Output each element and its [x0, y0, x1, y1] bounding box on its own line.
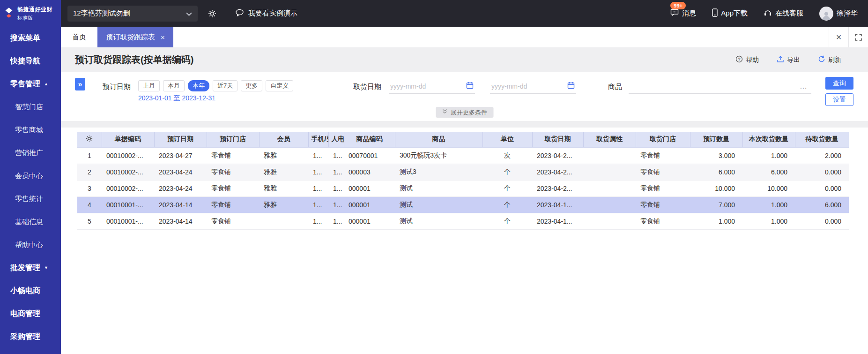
settings-button[interactable]: 设置: [825, 93, 853, 106]
pickup-date-end-input[interactable]: yyyy-mm-dd: [490, 79, 576, 94]
close-tab-icon[interactable]: ×: [161, 33, 165, 41]
cell: 雅雅: [259, 147, 308, 164]
calendar-icon[interactable]: [466, 82, 474, 91]
column-header[interactable]: 人电: [328, 132, 344, 147]
column-header[interactable]: 商品编码: [344, 132, 395, 147]
column-header[interactable]: 取货日期: [532, 132, 583, 147]
cell: 2023-04-14: [154, 213, 207, 229]
table-header-row: 单据编码预订日期预订门店会员手机/登人电商品编码商品单位取货日期取货属性取货门店…: [77, 132, 849, 147]
search-button[interactable]: 查询: [825, 77, 853, 90]
sidebar-item[interactable]: 智慧门店: [0, 96, 61, 119]
sidebar-item[interactable]: 快捷导航: [0, 50, 61, 73]
column-header[interactable]: 取货门店: [636, 132, 690, 147]
column-header[interactable]: 单据编码: [102, 132, 154, 147]
fullscreen-icon[interactable]: [848, 27, 868, 47]
table-row[interactable]: 200010002-...2023-04-24零食铺雅雅1...1...0000…: [77, 164, 849, 180]
cell: [583, 196, 636, 213]
cell: 3: [77, 180, 102, 196]
cell: 1: [77, 147, 102, 164]
cell: [583, 180, 636, 196]
column-header[interactable]: 预订门店: [207, 132, 259, 147]
cell: 2023-04-2...: [532, 180, 583, 196]
sidebar-item[interactable]: 基础信息: [0, 211, 61, 233]
account-dropdown[interactable]: 12李艳芬测试勿删: [67, 6, 198, 22]
table-panel: 单据编码预订日期预订门店会员手机/登人电商品编码商品单位取货日期取货属性取货门店…: [61, 128, 868, 354]
date-quick-options: 上月本月本年近7天更多自定义: [138, 80, 293, 91]
close-icon[interactable]: ×: [829, 27, 848, 47]
demo-link[interactable]: 我要看实例演示: [235, 9, 297, 18]
table-row[interactable]: 500010001-...2023-04-14零食铺1...1...000001…: [77, 213, 849, 229]
cell: 0.000: [795, 164, 849, 180]
tab-home[interactable]: 首页: [61, 27, 97, 47]
cell: 0.000: [795, 180, 849, 196]
column-header[interactable]: 单位: [482, 132, 532, 147]
cell: 00010002-...: [102, 147, 154, 164]
quick-date-option[interactable]: 本月: [163, 80, 185, 91]
quick-date-option[interactable]: 近7天: [213, 80, 237, 91]
date-placeholder: yyyy-mm-dd: [390, 83, 426, 90]
cell: 零食铺: [207, 213, 259, 229]
sidebar-item[interactable]: 搜索菜单: [0, 27, 61, 50]
account-dropdown-value: 12李艳芬测试勿删: [73, 9, 130, 18]
sidebar-item[interactable]: 营销推广: [0, 142, 61, 165]
column-header[interactable]: 待取货数量: [795, 132, 849, 147]
tab-pickup-tracking[interactable]: 预订取货跟踪表 ×: [97, 27, 173, 47]
sidebar-item[interactable]: 会员中心: [0, 165, 61, 188]
refresh-button[interactable]: 刷新: [818, 55, 841, 64]
expand-more-button[interactable]: 展开更多条件: [436, 107, 493, 118]
sidebar-item-label: 零售管理: [10, 79, 40, 89]
cell: 000001: [344, 213, 395, 229]
column-header[interactable]: 商品: [395, 132, 482, 147]
quick-date-option[interactable]: 更多: [241, 80, 262, 91]
top-bar: 畅捷通好业财 标准版 12李艳芬测试勿删 我要看实例演示 99+: [0, 0, 868, 27]
cell: 测试3: [395, 164, 482, 180]
cell: 000001: [344, 180, 395, 196]
column-header[interactable]: 手机/登: [308, 132, 328, 147]
user-menu[interactable]: 徐泽华: [819, 7, 858, 21]
help-button[interactable]: ? 帮助: [735, 55, 759, 64]
expand-more-label: 展开更多条件: [451, 108, 487, 117]
quick-date-option[interactable]: 本年: [188, 80, 209, 91]
app-download-button[interactable]: App下载: [712, 8, 748, 18]
column-header[interactable]: 预订数量: [690, 132, 742, 147]
cell: [259, 213, 308, 229]
cell: 1.000: [690, 213, 742, 229]
ellipsis-icon[interactable]: …: [800, 84, 808, 89]
sidebar-item-label: 采购管理: [10, 332, 40, 342]
export-button[interactable]: 导出: [777, 55, 800, 64]
quick-date-option[interactable]: 自定义: [266, 80, 293, 91]
table-settings-icon[interactable]: [77, 132, 102, 147]
messages-button[interactable]: 99+ 消息: [670, 9, 696, 18]
column-header[interactable]: 取货属性: [583, 132, 636, 147]
table-row[interactable]: 300010002-...2023-04-24零食铺雅雅1...1...0000…: [77, 180, 849, 196]
sidebar-item[interactable]: 零售管理▲: [0, 73, 61, 96]
collapse-filter-button[interactable]: »: [75, 78, 85, 90]
cell: 1...: [328, 196, 344, 213]
sidebar-item[interactable]: 零售统计: [0, 188, 61, 211]
column-header[interactable]: 本次取货数量: [742, 132, 795, 147]
table-row[interactable]: 400010001-...2023-04-14零食铺雅雅1...1...0000…: [77, 196, 849, 213]
sidebar-item[interactable]: 零售商城: [0, 119, 61, 142]
cell: 测试: [395, 213, 482, 229]
export-label: 导出: [787, 56, 800, 64]
product-input[interactable]: …: [629, 79, 811, 94]
sidebar-item[interactable]: 批发管理▼: [0, 256, 61, 279]
quick-date-option[interactable]: 上月: [138, 80, 160, 91]
cell: 300元畅玩3次卡: [395, 147, 482, 164]
online-service-button[interactable]: 在线客服: [764, 9, 803, 18]
cell: 雅雅: [259, 164, 308, 180]
cell: 个: [482, 164, 532, 180]
pickup-date-start-input[interactable]: yyyy-mm-dd: [389, 79, 475, 94]
sidebar-item[interactable]: 小畅电商: [0, 279, 61, 302]
calendar-icon[interactable]: [567, 82, 575, 91]
sidebar-item[interactable]: 电商管理: [0, 302, 61, 325]
table-row[interactable]: 100010002-...2023-04-27零食铺雅雅1...1...0007…: [77, 147, 849, 164]
selected-date-range[interactable]: 2023-01-01 至 2023-12-31: [138, 94, 215, 103]
cell: 2: [77, 164, 102, 180]
cell: 10.000: [690, 180, 742, 196]
sidebar-item[interactable]: 帮助中心: [0, 233, 61, 256]
column-header[interactable]: 会员: [259, 132, 308, 147]
sidebar-item[interactable]: 采购管理: [0, 325, 61, 348]
gear-icon[interactable]: [208, 9, 216, 18]
column-header[interactable]: 预订日期: [154, 132, 207, 147]
